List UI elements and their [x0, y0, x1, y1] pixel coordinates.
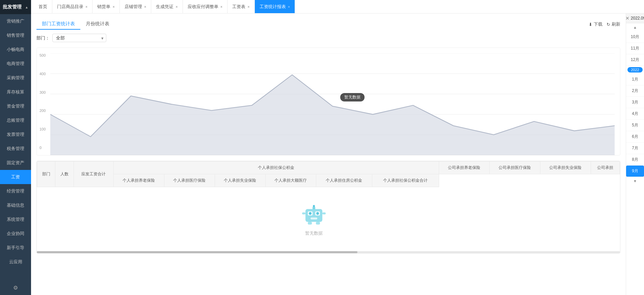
date-1[interactable]: 1月 — [626, 74, 644, 85]
toolbar-right: ⬇ 下载 ↻ 刷新 — [589, 21, 620, 27]
sidebar: 批发管理 ▲ 营销推广销售管理小畅电商电商管理采购管理库存核算资金管理总账管理发… — [0, 0, 31, 295]
tab-receivable[interactable]: 应收应付调整单× — [183, 0, 227, 13]
tab-close-production[interactable]: × — [176, 5, 178, 9]
date-8[interactable]: 8月 — [626, 154, 644, 166]
empty-text: 暂无数据 — [305, 230, 323, 236]
tab-close-receivable[interactable]: × — [220, 5, 222, 9]
sidebar-item-ecommerce-small[interactable]: 小畅电商 — [0, 42, 31, 57]
date-6[interactable]: 6月 — [626, 131, 644, 143]
tab-payroll-report[interactable]: 工资统计报表× — [255, 0, 295, 13]
sidebar-item-sales[interactable]: 销售管理 — [0, 28, 31, 42]
dept-select[interactable]: 全部 销售部 采购部 财务部 — [52, 34, 106, 42]
sidebar-item-assets[interactable]: 固定资产 — [0, 156, 31, 170]
date-4[interactable]: 4月 — [626, 108, 644, 120]
col-count: 人数 — [55, 161, 74, 187]
chart-svg — [50, 53, 615, 155]
tab-home[interactable]: 首页 — [34, 0, 52, 13]
col-p-housing: 个人承担住房公积金 — [316, 174, 372, 187]
date-5[interactable]: 5月 — [626, 120, 644, 131]
col-salary: 应发工资合计 — [74, 161, 113, 187]
empty-row: 暂无数据 — [37, 187, 620, 250]
col-dept: 部门 — [37, 161, 55, 187]
dept-select-container: 全部 销售部 采购部 财务部 — [52, 34, 106, 42]
svg-rect-7 — [305, 209, 322, 222]
tab-production[interactable]: 生成凭证× — [151, 0, 183, 13]
sidebar-expand-icon: ▲ — [25, 5, 28, 9]
download-icon: ⬇ — [589, 22, 592, 27]
tab-bar: 首页门店商品目录×销货单×店铺管理×生成凭证×应收应付调整单×工资表×工资统计报… — [31, 0, 644, 13]
scroll-thumb[interactable] — [37, 251, 357, 253]
sidebar-item-purchase[interactable]: 采购管理 — [0, 71, 31, 85]
tab-store-catalog[interactable]: 门店商品目录× — [52, 0, 92, 13]
date-panel-title: 2022.09 — [631, 16, 644, 21]
sidebar-item-enterprise[interactable]: 企业协同 — [0, 227, 31, 241]
sidebar-item-finance[interactable]: 资金管理 — [0, 99, 31, 113]
sidebar-item-marketing[interactable]: 营销推广 — [0, 14, 31, 28]
col-p-total: 个人承担社保公积金合计 — [372, 174, 439, 187]
tab-month[interactable]: 月份统计表 — [80, 19, 115, 30]
download-button[interactable]: ⬇ 下载 — [589, 21, 602, 27]
date-7[interactable]: 7月 — [626, 143, 644, 154]
tab-payroll[interactable]: 工资表× — [227, 0, 254, 13]
svg-rect-12 — [311, 217, 317, 219]
date-panel-close-icon[interactable]: ✕ — [626, 16, 630, 21]
data-table-wrapper: 部门 人数 应发工资合计 个人承担社保公积金 公司承担养老保险 公司承担医疗保险… — [36, 161, 620, 254]
date-up-button[interactable]: ▲ — [626, 23, 644, 31]
tab-dept[interactable]: 部门工资统计表 — [36, 19, 80, 30]
sidebar-item-tax[interactable]: 税务管理 — [0, 142, 31, 156]
sidebar-item-operations[interactable]: 经营管理 — [0, 184, 31, 198]
col-company-other: 公司承担 — [591, 161, 620, 174]
page-content: 部门工资统计表 月份统计表 ⬇ 下载 ↻ 刷新 部门： — [31, 13, 626, 295]
sub-tabs: 部门工资统计表 月份统计表 — [36, 19, 115, 30]
tab-close-store-catalog[interactable]: × — [85, 5, 87, 9]
date-panel: ✕ 2022.09 ▲ 10月 11月 12月 2022 1月 2月 3月 4月… — [626, 13, 644, 295]
chart-y-labels: 500 400 300 200 100 0 — [39, 53, 46, 150]
sidebar-item-ledger[interactable]: 总账管理 — [0, 113, 31, 127]
tab-close-sales-order[interactable]: × — [112, 5, 114, 9]
svg-rect-13 — [313, 207, 315, 209]
sidebar-item-inventory[interactable]: 库存核算 — [0, 85, 31, 99]
dept-filter: 部门： 全部 销售部 采购部 财务部 — [36, 34, 620, 42]
col-p-extra-medical: 个人承担大额医疗 — [265, 174, 316, 187]
sidebar-title: 批发管理 — [3, 4, 22, 10]
dept-label: 部门： — [36, 35, 50, 41]
svg-rect-15 — [302, 212, 305, 214]
tab-sales-order[interactable]: 销货单× — [92, 0, 119, 13]
tab-store-mgmt[interactable]: 店铺管理× — [120, 0, 151, 13]
sidebar-header[interactable]: 批发管理 ▲ — [0, 0, 31, 14]
sidebar-item-guide[interactable]: 新手引导 — [0, 241, 31, 255]
content-area: 部门工资统计表 月份统计表 ⬇ 下载 ↻ 刷新 部门： — [31, 13, 644, 295]
horizontal-scrollbar[interactable] — [37, 251, 620, 253]
sidebar-item-system[interactable]: 系统管理 — [0, 212, 31, 227]
sidebar-item-salary[interactable]: 工资 — [0, 170, 31, 184]
date-9[interactable]: 9月 — [626, 166, 644, 177]
col-p-unemployment: 个人承担失业保险 — [215, 174, 265, 187]
sidebar-item-cloud[interactable]: 云应用 — [0, 255, 31, 269]
chart-tooltip: 暂无数据 — [340, 93, 365, 101]
sidebar-item-invoice[interactable]: 发票管理 — [0, 127, 31, 142]
col-p-pension: 个人承担养老保险 — [113, 174, 164, 187]
sidebar-item-base[interactable]: 基础信息 — [0, 198, 31, 212]
sidebar-item-ecommerce[interactable]: 电商管理 — [0, 57, 31, 71]
tab-close-payroll-report[interactable]: × — [288, 5, 290, 9]
col-company-pension: 公司承担养老保险 — [439, 161, 489, 174]
tab-close-payroll[interactable]: × — [247, 5, 249, 9]
date-3[interactable]: 3月 — [626, 97, 644, 108]
svg-point-10 — [309, 212, 312, 215]
refresh-button[interactable]: ↻ 刷新 — [607, 21, 620, 27]
refresh-icon: ↻ — [607, 22, 610, 27]
svg-marker-6 — [50, 75, 615, 155]
date-down-button[interactable]: ▼ — [626, 177, 644, 185]
date-11[interactable]: 11月 — [626, 43, 644, 54]
tab-close-store-mgmt[interactable]: × — [144, 5, 146, 9]
col-group-personal: 个人承担社保公积金 — [113, 161, 439, 174]
svg-rect-16 — [322, 212, 326, 214]
date-12[interactable]: 12月 — [626, 54, 644, 66]
date-10[interactable]: 10月 — [626, 31, 644, 43]
date-2[interactable]: 2月 — [626, 85, 644, 97]
date-panel-header: ✕ 2022.09 — [626, 13, 644, 23]
settings-button[interactable]: ⚙ — [0, 281, 31, 295]
empty-state: 暂无数据 — [37, 187, 591, 250]
main-area: 首页门店商品目录×销货单×店铺管理×生成凭证×应收应付调整单×工资表×工资统计报… — [31, 0, 644, 295]
col-p-medical: 个人承担医疗保险 — [164, 174, 215, 187]
